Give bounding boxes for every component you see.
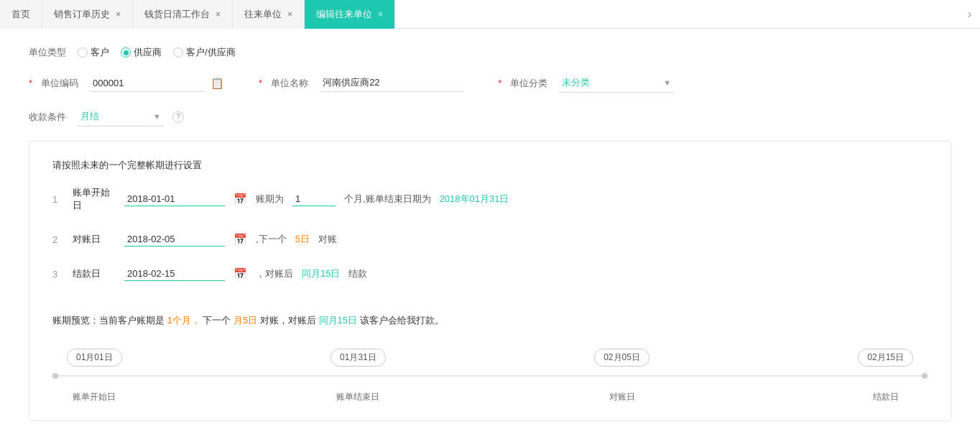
unit-code-icon[interactable]: 📋 (211, 77, 224, 90)
tab-sales-order-history[interactable]: 销售订单历史 × (42, 0, 133, 29)
timeline-label-1: 账单结束日 (336, 391, 379, 403)
period-field-label-1: 账单开始日 (73, 186, 116, 212)
period-field-label-3: 结款日 (73, 267, 116, 280)
unit-name-input[interactable] (320, 75, 463, 92)
timeline-dot-end (922, 373, 928, 379)
period-highlight-3: 同月15日 (302, 267, 340, 280)
period-desc-3b: 结款 (348, 267, 367, 280)
tab-sales-close[interactable]: × (116, 10, 121, 19)
period-card-title: 请按照未来的一个完整帐期进行设置 (52, 159, 928, 172)
tab-edit-partner-close[interactable]: × (378, 10, 383, 19)
timeline-node-1: 01月31日 账单结束日 (330, 349, 386, 403)
tab-cash-close[interactable]: × (216, 10, 221, 19)
timeline-badge-0: 01月01日 (67, 349, 122, 367)
period-end-date: 2018年01月31日 (440, 193, 509, 206)
period-cal-3[interactable]: 📅 (234, 267, 247, 280)
period-row-1: 1 账单开始日 📅 账期为 个月,账单结束日期为 2018年01月31日 (52, 186, 928, 212)
timeline-badge-3: 02月15日 (858, 349, 913, 367)
radio-customer-supplier-label: 客户/供应商 (186, 46, 236, 59)
timeline-node-0: 01月01日 账单开始日 (67, 349, 122, 403)
period-date-2[interactable] (124, 232, 225, 247)
tab-arrow[interactable]: › (959, 8, 980, 21)
timeline-badge-2: 02月05日 (594, 349, 650, 367)
tab-partner-label: 往来单位 (244, 8, 282, 21)
period-desc-2a: ,下一个 (256, 233, 287, 246)
preview-highlight-1: 1个月， (167, 315, 200, 326)
unit-name-required: * (259, 78, 262, 88)
period-num-2: 2 (52, 234, 64, 245)
period-row-3: 3 结款日 📅 ，对账后 同月15日 结款 (52, 267, 928, 281)
unit-type-label: 单位类型 (29, 46, 66, 59)
preview-text-4: 该客户会给我打款。 (360, 315, 444, 326)
period-desc-2b: 对账 (318, 233, 337, 246)
unit-code-label: 单位编码 (41, 77, 78, 90)
timeline-label-3: 结款日 (873, 391, 899, 403)
timeline-label-0: 账单开始日 (73, 391, 116, 403)
period-date-3[interactable] (124, 267, 225, 281)
tab-home[interactable]: 首页 (0, 0, 42, 29)
tab-partner-close[interactable]: × (287, 10, 292, 19)
timeline-node-2: 02月05日 对账日 (594, 349, 650, 403)
radio-supplier[interactable]: 供应商 (121, 46, 162, 59)
payment-condition-arrow: ▼ (153, 112, 161, 121)
period-desc-suffix-1: 个月,账单结束日期为 (344, 193, 431, 206)
tab-edit-partner[interactable]: 编辑往来单位 × (305, 0, 395, 29)
period-num-3: 3 (52, 269, 64, 280)
tab-partner[interactable]: 往来单位 × (233, 0, 305, 29)
tab-cash-label: 钱货日清工作台 (144, 8, 210, 21)
period-card: 请按照未来的一个完整帐期进行设置 1 账单开始日 📅 账期为 个月,账单结束日期… (29, 141, 951, 421)
preview-section: 账期预览：当前客户账期是 1个月， 下一个 月5日 对账，对账后 同月15日 该… (52, 301, 928, 403)
unit-code-required: * (29, 78, 32, 88)
payment-help-icon[interactable]: ? (172, 111, 184, 123)
preview-highlight-3: 同月15日 (319, 315, 357, 326)
tab-sales-label: 销售订单历史 (54, 8, 110, 21)
preview-label: 账期预览：当前客户账期是 (52, 315, 165, 326)
period-cal-1[interactable]: 📅 (234, 193, 247, 206)
tab-bar: 首页 销售订单历史 × 钱货日清工作台 × 往来单位 × 编辑往来单位 × › (0, 0, 980, 29)
unit-code-group: * 单位编码 📋 (29, 75, 224, 92)
unit-category-arrow: ▼ (663, 78, 671, 87)
tab-home-label: 首页 (11, 8, 30, 21)
preview-text-2: 下一个 (203, 315, 231, 326)
radio-supplier-label: 供应商 (134, 46, 162, 59)
preview-text-3: 对账，对账后 (260, 315, 316, 326)
unit-code-input[interactable] (90, 75, 205, 92)
period-cal-2[interactable]: 📅 (234, 233, 247, 246)
radio-customer[interactable]: 客户 (78, 46, 109, 59)
period-highlight-2: 5日 (295, 233, 310, 246)
unit-category-required: * (498, 78, 501, 88)
unit-category-value: 未分类 (562, 76, 660, 89)
tab-cash-work[interactable]: 钱货日清工作台 × (133, 0, 233, 29)
tab-edit-partner-label: 编辑往来单位 (316, 8, 372, 21)
radio-customer-label: 客户 (91, 46, 109, 59)
payment-condition-row: 收款条件 月结 ▼ ? (29, 107, 951, 126)
unit-category-label: 单位分类 (510, 77, 547, 90)
period-field-label-2: 对账日 (73, 233, 116, 246)
radio-supplier-circle (121, 47, 131, 58)
timeline-dot-start (52, 373, 58, 379)
period-num-1: 1 (52, 194, 64, 205)
radio-customer-supplier[interactable]: 客户/供应商 (173, 46, 236, 59)
unit-name-label: 单位名称 (271, 77, 308, 90)
period-month-input[interactable] (292, 192, 336, 206)
unit-type-row: 单位类型 客户 供应商 客户/供应商 (29, 46, 951, 59)
timeline-node-3: 02月15日 结款日 (858, 349, 913, 403)
period-desc-3a: ，对账后 (256, 267, 293, 280)
timeline-nodes: 01月01日 账单开始日 01月31日 账单结束日 02月05日 对账日 02月… (67, 349, 913, 403)
preview-highlight-2: 月5日 (234, 315, 257, 326)
period-date-1[interactable] (124, 192, 225, 206)
period-desc-prefix-1: 账期为 (256, 193, 284, 206)
timeline-wrapper: 01月01日 账单开始日 01月31日 账单结束日 02月05日 对账日 02月… (52, 349, 928, 403)
radio-customer-supplier-circle (173, 47, 183, 58)
unit-info-row: * 单位编码 📋 * 单位名称 * 单位分类 未分类 ▼ (29, 73, 951, 93)
payment-condition-select[interactable]: 月结 ▼ (78, 107, 164, 126)
radio-customer-circle (78, 47, 88, 58)
radio-group-unit-type: 客户 供应商 客户/供应商 (78, 46, 236, 59)
unit-name-group: * 单位名称 (259, 75, 463, 92)
main-content: 单位类型 客户 供应商 客户/供应商 * 单位编码 📋 * 单位名称 (0, 29, 980, 437)
payment-condition-value: 月结 (80, 110, 150, 123)
unit-category-select[interactable]: 未分类 ▼ (559, 73, 674, 93)
timeline-label-2: 对账日 (609, 391, 635, 403)
preview-text: 账期预览：当前客户账期是 1个月， 下一个 月5日 对账，对账后 同月15日 该… (52, 313, 928, 328)
period-row-2: 2 对账日 📅 ,下一个 5日 对账 (52, 232, 928, 247)
